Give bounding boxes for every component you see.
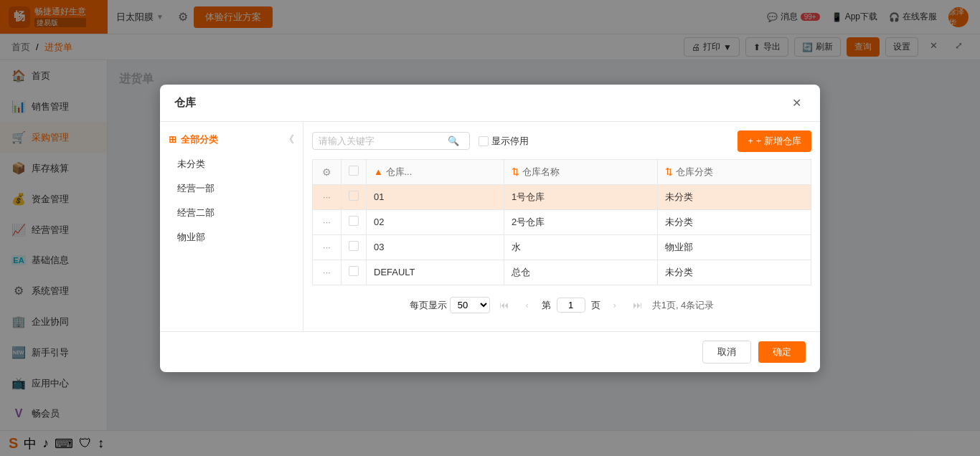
row-code-cell: DEFAULT bbox=[367, 260, 504, 285]
pagination: 每页显示 50 10 20 100 ⏮ ‹ 第 页 › ⏭ bbox=[312, 288, 811, 323]
per-page-select: 每页显示 50 10 20 100 bbox=[410, 297, 490, 313]
add-warehouse-button[interactable]: + + 新增仓库 bbox=[738, 130, 811, 152]
last-page-button[interactable]: ⏭ bbox=[629, 297, 646, 314]
search-input-wrap: 🔍 bbox=[312, 132, 470, 150]
col-code-header[interactable]: ▲ 仓库... bbox=[367, 159, 504, 184]
category-all-item[interactable]: ⊞ 全部分类 bbox=[169, 133, 218, 146]
category-item-0[interactable]: 未分类 bbox=[160, 152, 303, 176]
grid-icon: ⊞ bbox=[169, 134, 176, 145]
row-code-cell: 01 bbox=[367, 184, 504, 209]
category-all-label: 全部分类 bbox=[181, 133, 218, 146]
row-category-cell: 未分类 bbox=[657, 209, 811, 234]
row-more-cell: ··· bbox=[313, 184, 341, 209]
page-total: 共1页, 4条记录 bbox=[652, 299, 715, 312]
sort-icon-name: ⇅ bbox=[512, 166, 519, 177]
show-disabled-label: 显示停用 bbox=[491, 135, 529, 148]
row-checkbox-1[interactable] bbox=[349, 191, 359, 201]
more-icon[interactable]: ··· bbox=[323, 191, 331, 202]
row-checkbox-2[interactable] bbox=[349, 216, 359, 226]
confirm-button[interactable]: 确定 bbox=[758, 341, 806, 363]
row-name-cell: 水 bbox=[504, 234, 657, 260]
category-item-2[interactable]: 经营二部 bbox=[160, 201, 303, 225]
category-panel: ⊞ 全部分类 《 未分类 经营一部 经营二部 物业部 bbox=[160, 122, 303, 331]
row-checkbox-3[interactable] bbox=[349, 241, 359, 251]
category-item-1[interactable]: 经营一部 bbox=[160, 176, 303, 201]
row-more-cell: ··· bbox=[313, 234, 341, 260]
table-row[interactable]: ··· 02 2号仓库 未分类 bbox=[313, 209, 811, 234]
page-suffix: 页 bbox=[591, 299, 600, 312]
show-disabled-toggle[interactable]: 显示停用 bbox=[479, 135, 529, 148]
page-input[interactable] bbox=[557, 298, 585, 313]
row-checkbox-4[interactable] bbox=[349, 266, 359, 276]
page-label: 第 bbox=[542, 299, 551, 312]
dialog-title: 仓库 bbox=[174, 96, 196, 110]
table-scroll-area: ⚙ ▲ 仓库... ⇅ bbox=[312, 159, 811, 285]
row-name-cell: 总仓 bbox=[504, 260, 657, 285]
row-category-cell: 未分类 bbox=[657, 184, 811, 209]
more-icon[interactable]: ··· bbox=[323, 242, 331, 252]
row-name-cell: 1号仓库 bbox=[504, 184, 657, 209]
table-body: ··· 01 1号仓库 未分类 ··· 02 2号仓库 bbox=[313, 184, 811, 285]
table-toolbar: 🔍 显示停用 + + 新增仓库 bbox=[312, 130, 811, 152]
category-header: ⊞ 全部分类 《 bbox=[160, 130, 303, 152]
dialog-header: 仓库 ✕ bbox=[160, 85, 820, 122]
col-checkbox-header bbox=[341, 159, 367, 184]
table-row[interactable]: ··· 01 1号仓库 未分类 bbox=[313, 184, 811, 209]
search-input[interactable] bbox=[319, 136, 448, 146]
dialog-close-button[interactable]: ✕ bbox=[788, 95, 806, 111]
next-page-button[interactable]: › bbox=[606, 297, 623, 314]
sort-up-icon: ▲ bbox=[374, 166, 383, 177]
prev-page-button[interactable]: ‹ bbox=[519, 297, 536, 314]
row-more-cell: ··· bbox=[313, 209, 341, 234]
per-page-label: 每页显示 bbox=[410, 299, 447, 312]
row-category-cell: 未分类 bbox=[657, 260, 811, 285]
col-name-header[interactable]: ⇅ 仓库名称 bbox=[504, 159, 657, 184]
row-category-cell: 物业部 bbox=[657, 234, 811, 260]
per-page-dropdown[interactable]: 50 10 20 100 bbox=[450, 297, 490, 313]
row-code-cell: 02 bbox=[367, 209, 504, 234]
more-icon[interactable]: ··· bbox=[323, 267, 331, 277]
row-checkbox-cell bbox=[341, 184, 367, 209]
col-gear: ⚙ bbox=[313, 159, 341, 184]
show-disabled-checkbox[interactable] bbox=[479, 136, 489, 146]
category-item-3[interactable]: 物业部 bbox=[160, 225, 303, 250]
col-category-header[interactable]: ⇅ 仓库分类 bbox=[657, 159, 811, 184]
sort-icon-cat: ⇅ bbox=[665, 166, 673, 177]
select-all-checkbox[interactable] bbox=[349, 166, 359, 176]
gear-icon: ⚙ bbox=[322, 166, 331, 178]
row-checkbox-cell bbox=[341, 234, 367, 260]
row-name-cell: 2号仓库 bbox=[504, 209, 657, 234]
dialog-overlay: 仓库 ✕ ⊞ 全部分类 《 未分类 经营一部 bbox=[0, 0, 980, 456]
dialog-footer: 取消 确定 bbox=[160, 331, 820, 372]
warehouse-dialog: 仓库 ✕ ⊞ 全部分类 《 未分类 经营一部 bbox=[160, 85, 820, 372]
table-row[interactable]: ··· DEFAULT 总仓 未分类 bbox=[313, 260, 811, 285]
table-row[interactable]: ··· 03 水 物业部 bbox=[313, 234, 811, 260]
search-icon[interactable]: 🔍 bbox=[448, 136, 459, 146]
table-panel: 🔍 显示停用 + + 新增仓库 bbox=[303, 122, 820, 331]
first-page-button[interactable]: ⏮ bbox=[496, 297, 513, 314]
collapse-button[interactable]: 《 bbox=[284, 133, 294, 146]
row-checkbox-cell bbox=[341, 209, 367, 234]
warehouse-table: ⚙ ▲ 仓库... ⇅ bbox=[312, 159, 811, 285]
dialog-body: ⊞ 全部分类 《 未分类 经营一部 经营二部 物业部 bbox=[160, 122, 820, 331]
row-more-cell: ··· bbox=[313, 260, 341, 285]
row-code-cell: 03 bbox=[367, 234, 504, 260]
row-checkbox-cell bbox=[341, 260, 367, 285]
table-header: ⚙ ▲ 仓库... ⇅ bbox=[313, 159, 811, 184]
more-icon[interactable]: ··· bbox=[323, 217, 331, 227]
add-icon: + bbox=[748, 136, 753, 146]
cancel-button[interactable]: 取消 bbox=[702, 341, 751, 364]
